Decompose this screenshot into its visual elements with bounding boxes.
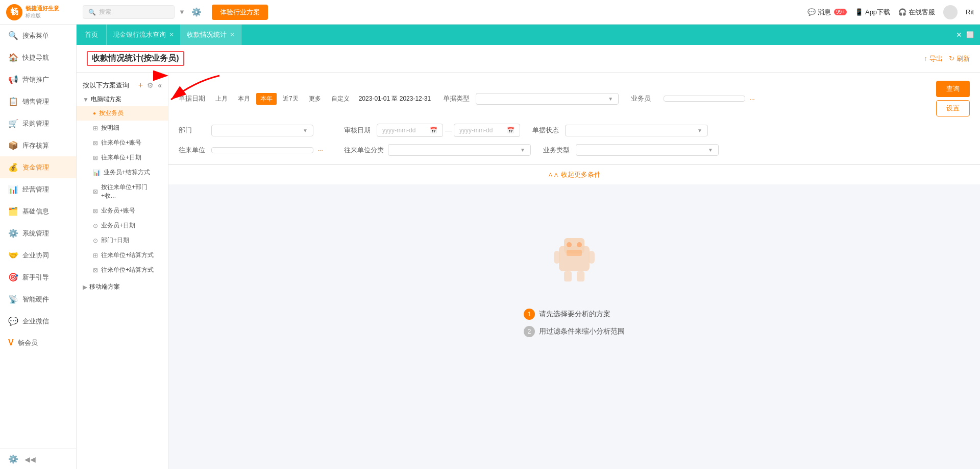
scheme-item-counterpart-dept[interactable]: ⊠ 按往来单位+部门+收... xyxy=(77,180,168,203)
date-tab-last-month[interactable]: 上月 xyxy=(211,93,232,105)
sidebar-bottom: ⚙️ ◀◀ xyxy=(0,449,76,469)
sidebar-item-basic[interactable]: 🗂️ 基础信息 xyxy=(0,200,76,222)
sidebar-item-quick-nav[interactable]: 🏠 快捷导航 xyxy=(0,46,76,68)
search-placeholder: 搜索 xyxy=(99,8,111,16)
sidebar-item-sales[interactable]: 📋 销售管理 xyxy=(0,90,76,112)
scheme-item-label: 往来单位+结算方式 xyxy=(101,266,154,274)
action-btn-group: 查询 设置 xyxy=(936,81,970,116)
scheme-item-salesperson-date[interactable]: ⊙ 业务员+日期 xyxy=(77,218,168,233)
collapse-bar[interactable]: ∧∧ 收起更多条件 xyxy=(168,165,980,184)
message-button[interactable]: 💬 消息 99+ xyxy=(807,8,847,17)
sidebar-item-label: 企业协同 xyxy=(22,251,49,260)
sidebar-item-marketing[interactable]: 📢 营销推广 xyxy=(0,68,76,90)
sidebar-item-purchase[interactable]: 🛒 采购管理 xyxy=(0,112,76,134)
scheme-item-by-salesperson[interactable]: ● 按业务员 xyxy=(77,106,168,121)
scheme-item-salesperson-settlement[interactable]: 📊 业务员+结算方式 xyxy=(77,165,168,180)
trial-button[interactable]: 体验行业方案 xyxy=(212,5,268,20)
svg-point-3 xyxy=(577,242,582,247)
sidebar-item-finance[interactable]: 💰 资金管理 xyxy=(0,156,76,178)
counterpart-more-icon[interactable]: ··· xyxy=(317,146,323,154)
scheme-item-by-detail[interactable]: ⊞ 按明细 xyxy=(77,121,168,135)
sidebar-item-inventory[interactable]: 📦 库存核算 xyxy=(0,134,76,156)
sidebar-item-weixin[interactable]: 💬 企业微信 xyxy=(0,310,76,332)
hint-text-2: 用过滤条件来缩小分析范围 xyxy=(539,327,625,336)
tab-collection-stats[interactable]: 收款情况统计 ✕ xyxy=(181,25,241,45)
doc-type-label: 单据类型 xyxy=(443,94,472,103)
date-tab-custom[interactable]: 自定义 xyxy=(327,93,354,105)
scheme-item-label: 业务员+结算方式 xyxy=(104,168,150,177)
content-area: 首页 现金银行流水查询 ✕ 收款情况统计 ✕ ✕ ⬜ 收款情况统计(按业务员) xyxy=(77,25,980,469)
finance-icon: 💰 xyxy=(8,162,18,172)
search-box[interactable]: 🔍 搜索 xyxy=(83,5,175,19)
window-maximize-icon[interactable]: ⬜ xyxy=(966,31,974,38)
sidebar-item-label: 销售管理 xyxy=(22,97,49,106)
doc-status-filter-item: 单据状态 ▼ xyxy=(532,125,708,136)
app-download-button[interactable]: 📱 App下载 xyxy=(855,8,890,17)
scheme-settings-icon[interactable]: ⚙ xyxy=(147,81,154,89)
user-avatar[interactable] xyxy=(943,5,958,19)
review-date-from[interactable]: yyyy-mm-dd 📅 xyxy=(377,124,443,137)
sidebar-item-enterprise[interactable]: 🤝 企业协同 xyxy=(0,244,76,266)
scheme-item-counterpart-settlement2[interactable]: ⊠ 往来单位+结算方式 xyxy=(77,263,168,277)
setting-button[interactable]: 设置 xyxy=(936,100,970,116)
scheme-category-desktop[interactable]: ▼ 电脑端方案 xyxy=(77,93,168,106)
scheme-item-dept-date[interactable]: ⊙ 部门+日期 xyxy=(77,233,168,248)
dropdown-icon[interactable]: ▼ xyxy=(179,8,185,16)
basic-icon: 🗂️ xyxy=(8,206,18,216)
tab-close-icon[interactable]: ✕ xyxy=(169,31,174,38)
user-name[interactable]: Rit xyxy=(966,8,974,16)
date-tab-last-7-days[interactable]: 近7天 xyxy=(279,93,303,105)
refresh-button[interactable]: ↻ 刷新 xyxy=(949,54,970,63)
window-close-icon[interactable]: ✕ xyxy=(956,31,962,39)
scheme-item-icon: ⊞ xyxy=(93,252,98,259)
online-service-button[interactable]: 🎧 在线客服 xyxy=(898,8,935,17)
hint-item-1: 1 请先选择要分析的方案 xyxy=(524,309,610,320)
sidebar-item-operations[interactable]: 📊 经营管理 xyxy=(0,178,76,200)
export-button[interactable]: ↑ 导出 xyxy=(924,54,943,63)
doc-type-select[interactable]: ▼ xyxy=(476,93,619,105)
review-date-to[interactable]: yyyy-mm-dd 📅 xyxy=(454,124,520,137)
biz-type-select[interactable]: ▼ xyxy=(576,144,719,156)
tab-home[interactable]: 首页 xyxy=(77,25,107,45)
date-tab-this-month[interactable]: 本月 xyxy=(234,93,254,105)
salesperson-select[interactable] xyxy=(664,96,745,102)
scheme-item-salesperson-account[interactable]: ⊠ 业务员+账号 xyxy=(77,203,168,218)
scheme-item-counterpart-account[interactable]: ⊠ 往来单位+账号 xyxy=(77,135,168,150)
tab-close-icon[interactable]: ✕ xyxy=(230,31,235,38)
scheme-item-label: 按往来单位+部门+收... xyxy=(101,183,162,200)
sidebar-item-label: 库存核算 xyxy=(22,141,49,150)
dept-label: 部门 xyxy=(179,126,207,135)
sidebar-item-hardware[interactable]: 📡 智能硬件 xyxy=(0,288,76,310)
dept-select[interactable]: ▼ xyxy=(211,125,313,136)
salesperson-more-icon[interactable]: ··· xyxy=(749,95,755,103)
sidebar-item-search-menu[interactable]: 🔍 搜索菜单 xyxy=(0,25,76,46)
collapse-sidebar-icon[interactable]: ◀◀ xyxy=(24,455,36,463)
scheme-category-mobile[interactable]: ▶ 移动端方案 xyxy=(77,280,168,293)
doc-status-select[interactable]: ▼ xyxy=(565,125,708,136)
date-tab-more[interactable]: 更多 xyxy=(305,93,325,105)
app-icon: 📱 xyxy=(855,8,863,16)
tab-bank-flow[interactable]: 现金银行流水查询 ✕ xyxy=(107,25,181,45)
scheme-item-icon: ● xyxy=(93,110,96,116)
scheme-item-icon: ⊠ xyxy=(93,267,98,274)
counterpart-select[interactable] xyxy=(211,147,313,153)
sidebar-item-system[interactable]: ⚙️ 系统管理 xyxy=(0,222,76,244)
category-expand-icon: ▼ xyxy=(83,96,89,103)
main-layout: 🔍 搜索菜单 🏠 快捷导航 📢 营销推广 📋 销售管理 🛒 采购管理 📦 库存核… xyxy=(0,25,980,469)
filter-panel: 单据日期 上月 本月 本年 近7天 更多 自定义 2023-01-01 至 20… xyxy=(168,73,980,165)
scheme-add-icon[interactable]: + xyxy=(138,81,143,90)
sidebar-item-guide[interactable]: 🎯 新手引导 xyxy=(0,266,76,288)
search-button[interactable]: 查询 xyxy=(936,81,970,97)
enterprise-icon: 🤝 xyxy=(8,250,18,260)
date-tab-this-year[interactable]: 本年 xyxy=(256,93,277,105)
scheme-collapse-icon[interactable]: « xyxy=(158,81,162,89)
sidebar-item-member[interactable]: V 畅会员 xyxy=(0,332,76,354)
settings-icon[interactable]: ⚙️ xyxy=(189,5,204,19)
sidebar-item-label: 资金管理 xyxy=(22,163,49,172)
counterpart-category-select[interactable]: ▼ xyxy=(388,144,531,156)
scheme-item-counterpart-date[interactable]: ⊠ 往来单位+日期 xyxy=(77,150,168,165)
scheme-item-label: 业务员+账号 xyxy=(101,206,135,215)
settings-bottom-icon[interactable]: ⚙️ xyxy=(8,454,18,464)
scheme-item-counterpart-settlement1[interactable]: ⊞ 往来单位+结算方式 xyxy=(77,248,168,263)
hint-item-2: 2 用过滤条件来缩小分析范围 xyxy=(524,326,625,337)
